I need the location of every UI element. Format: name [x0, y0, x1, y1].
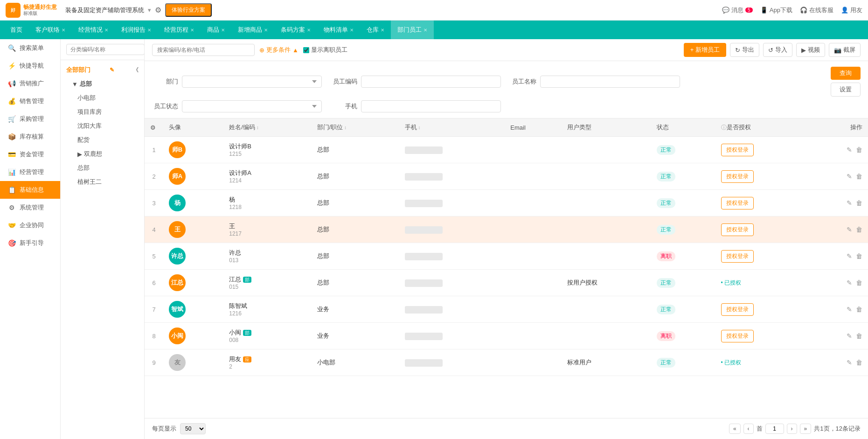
auth-btn[interactable]: 授权登录 — [721, 170, 754, 183]
nav-tab-经营历程[interactable]: 经营历程✕ — [158, 21, 201, 39]
edit-icon[interactable]: ✎ — [847, 279, 852, 286]
delete-icon[interactable]: 🗑 — [856, 359, 862, 366]
phone-input[interactable] — [361, 100, 501, 112]
sidebar-item-搜索菜单[interactable]: 🔍 搜索菜单 — [0, 39, 60, 57]
nav-tab-close[interactable]: ✕ — [381, 28, 384, 33]
dept-item-shenyang[interactable]: 沈阳大库 — [61, 119, 144, 133]
last-page-btn[interactable]: » — [800, 424, 812, 434]
help-btn[interactable]: 📷 截屏 — [829, 43, 861, 57]
show-former-checkbox[interactable] — [303, 47, 309, 53]
app-download-btn[interactable]: 📱 App下载 — [760, 6, 792, 14]
dept-edit-icon[interactable]: ✎ — [110, 67, 114, 73]
nav-tab-经营情况[interactable]: 经营情况✕ — [72, 21, 115, 39]
delete-icon[interactable]: 🗑 — [856, 279, 862, 286]
edit-icon[interactable]: ✎ — [847, 252, 852, 260]
dept-item-shuanglu[interactable]: ▶ 双鹿想 — [61, 147, 144, 161]
nav-tab-close[interactable]: ✕ — [190, 28, 194, 33]
dept-item-zongbu[interactable]: 总部 — [61, 161, 144, 175]
sidebar-item-销售管理[interactable]: 💰 销售管理 — [0, 92, 60, 110]
sidebar-item-资金管理[interactable]: 💳 资金管理 — [0, 146, 60, 163]
nav-tab-close[interactable]: ✕ — [424, 28, 427, 33]
page-input[interactable] — [765, 424, 784, 434]
auth-btn[interactable]: 授权登录 — [721, 197, 754, 209]
delete-icon[interactable]: 🗑 — [856, 226, 862, 233]
emp-name-input[interactable] — [540, 76, 680, 88]
settings-icon[interactable]: ⚙ — [155, 6, 161, 14]
dept-select[interactable] — [182, 76, 322, 88]
auth-btn[interactable]: 授权登录 — [721, 144, 754, 156]
sidebar-item-库存核算[interactable]: 📦 库存核算 — [0, 128, 60, 146]
auth-btn[interactable]: 授权登录 — [721, 250, 754, 263]
edit-icon[interactable]: ✎ — [847, 173, 852, 180]
nav-tab-close[interactable]: ✕ — [264, 28, 268, 33]
first-page-btn[interactable]: « — [729, 424, 741, 434]
nav-tab-客户联络[interactable]: 客户联络✕ — [29, 21, 72, 39]
edit-icon[interactable]: ✎ — [847, 332, 852, 340]
auth-btn[interactable]: 授权登录 — [721, 303, 754, 316]
sidebar-item-新手引导[interactable]: 🎯 新手引导 — [0, 234, 60, 252]
auth-btn[interactable]: 授权登录 — [721, 223, 754, 236]
dept-item-peihuo[interactable]: 配货 — [61, 133, 144, 147]
trial-btn[interactable]: 体验行业方案 — [165, 3, 212, 17]
col-phone-sort[interactable]: 手机 — [405, 124, 421, 131]
sidebar-item-基础信息[interactable]: 📋 基础信息 — [0, 181, 60, 199]
emp-status-select[interactable] — [182, 100, 322, 112]
edit-icon[interactable]: ✎ — [847, 359, 852, 366]
view-btn[interactable]: ▶ 视频 — [796, 43, 825, 57]
nav-tab-商品[interactable]: 商品✕ — [201, 21, 231, 39]
delete-icon[interactable]: 🗑 — [856, 306, 862, 313]
nav-tab-close[interactable]: ✕ — [221, 28, 225, 33]
nav-tab-close[interactable]: ✕ — [350, 28, 354, 33]
per-page-select[interactable]: 50 100 200 — [180, 423, 206, 434]
filter-more-btn[interactable]: ⊕ 更多条件 ▲ — [259, 46, 299, 54]
nav-tab-close[interactable]: ✕ — [307, 28, 311, 33]
search-input[interactable] — [152, 44, 255, 56]
prev-page-btn[interactable]: ‹ — [743, 424, 754, 434]
col-name-sort[interactable]: 姓名/编码 — [229, 124, 258, 131]
edit-icon[interactable]: ✎ — [847, 146, 852, 153]
delete-icon[interactable]: 🗑 — [856, 199, 862, 207]
emp-code-input[interactable] — [361, 76, 501, 88]
edit-icon[interactable]: ✎ — [847, 226, 852, 233]
nav-tab-新增商品[interactable]: 新增商品✕ — [231, 21, 274, 39]
delete-icon[interactable]: 🗑 — [856, 146, 862, 153]
dept-item-zhishu[interactable]: 植树王二 — [61, 175, 144, 189]
sidebar-item-营销推广[interactable]: 📢 营销推广 — [0, 75, 60, 92]
sidebar-item-系统管理[interactable]: ⚙ 系统管理 — [0, 199, 60, 216]
reset-btn[interactable]: 设置 — [831, 83, 861, 97]
nav-tab-物料清单[interactable]: 物料清单✕ — [317, 21, 360, 39]
import-btn[interactable]: ↺ 导入 — [763, 43, 792, 57]
add-employee-btn[interactable]: + 新增员工 — [684, 43, 726, 57]
dept-item-zongbu-parent[interactable]: ▼ 总部 — [61, 77, 144, 91]
dept-item-xianmu[interactable]: 项目库房 — [61, 105, 144, 119]
nav-tab-仓库[interactable]: 仓库✕ — [360, 21, 391, 39]
nav-tab-首页[interactable]: 首页 — [4, 21, 29, 39]
delete-icon[interactable]: 🗑 — [856, 173, 862, 180]
delete-icon[interactable]: 🗑 — [856, 332, 862, 340]
auth-btn[interactable]: 授权登录 — [721, 330, 754, 342]
nav-tab-close[interactable]: ✕ — [104, 28, 108, 33]
export-btn[interactable]: ↻ 导出 — [730, 43, 759, 57]
nav-tab-条码方案[interactable]: 条码方案✕ — [274, 21, 317, 39]
edit-icon[interactable]: ✎ — [847, 199, 852, 207]
query-btn[interactable]: 查询 — [831, 67, 861, 80]
dept-search-input[interactable] — [66, 44, 145, 55]
edit-icon[interactable]: ✎ — [847, 306, 852, 313]
sidebar-item-采购管理[interactable]: 🛒 采购管理 — [0, 110, 60, 128]
delete-icon[interactable]: 🗑 — [856, 252, 862, 260]
dept-item-xiaodian[interactable]: 小电部 — [61, 91, 144, 105]
sidebar-item-快捷导航[interactable]: ⚡ 快捷导航 — [0, 57, 60, 75]
dept-all[interactable]: 全部部门 ✎ 《 — [61, 63, 144, 77]
sidebar-item-企业协同[interactable]: 🤝 企业协同 — [0, 216, 60, 234]
nav-tab-close[interactable]: ✕ — [62, 28, 65, 33]
sidebar-item-经营管理[interactable]: 📊 经营管理 — [0, 163, 60, 181]
settings-col-icon[interactable]: ⚙ — [150, 124, 156, 131]
col-dept-sort[interactable]: 部门/职位 — [317, 124, 347, 131]
nav-tab-利润报告[interactable]: 利润报告✕ — [115, 21, 158, 39]
user-btn[interactable]: 👤 用友 — [841, 6, 862, 14]
dropdown-arrow[interactable]: ▾ — [148, 7, 151, 14]
nav-tab-close[interactable]: ✕ — [147, 28, 151, 33]
msg-btn[interactable]: 💬 消息 5 — [722, 6, 753, 14]
next-page-btn[interactable]: › — [787, 424, 797, 434]
collapse-btn[interactable]: 《 — [133, 66, 139, 74]
